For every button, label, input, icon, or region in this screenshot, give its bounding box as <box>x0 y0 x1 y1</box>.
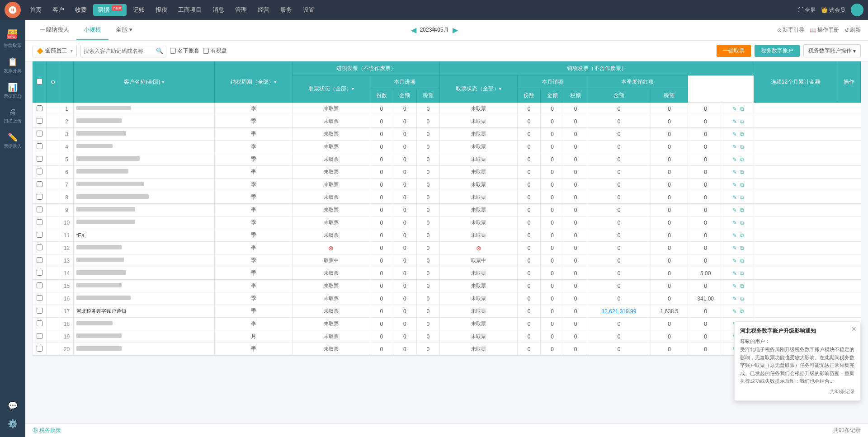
tax-digital-btn[interactable]: 税务数字账户 <box>755 45 800 57</box>
copy-icon[interactable]: ⧉ <box>740 308 744 315</box>
sidebar-item-scan-upload[interactable]: 🖨 扫描上传 <box>1 104 24 128</box>
cell-in-amount: 0 <box>393 115 417 128</box>
edit-icon[interactable]: ✎ <box>732 270 737 277</box>
cell-status-in: 未取票 <box>292 318 370 330</box>
checkbox-subledger[interactable]: 名下账套 <box>170 47 199 55</box>
copy-icon[interactable]: ⧉ <box>740 156 744 163</box>
nav-service[interactable]: 服务 <box>276 4 297 16</box>
copy-icon[interactable]: ⧉ <box>740 144 744 150</box>
bottom-bar: ⑧ 税务政策 共93条记录 <box>25 423 868 437</box>
nav-fee[interactable]: 收费 <box>71 4 91 16</box>
nav-manage[interactable]: 管理 <box>231 4 251 16</box>
cell-icon <box>47 280 60 292</box>
user-avatar[interactable] <box>851 4 863 16</box>
copy-icon[interactable]: ⧉ <box>740 220 744 226</box>
cell-return-tax: 0 <box>651 115 688 128</box>
edit-icon[interactable]: ✎ <box>732 156 737 163</box>
copy-icon[interactable]: ⧉ <box>740 270 744 277</box>
edit-icon[interactable]: ✎ <box>732 106 737 112</box>
nav-home[interactable]: 首页 <box>25 4 46 16</box>
scan-upload-icon: 🖨 <box>9 108 17 117</box>
cell-return-tax: 0 <box>651 166 688 179</box>
cell-icon <box>47 191 60 204</box>
one-click-btn[interactable]: 一键取票 <box>717 45 751 57</box>
edit-icon[interactable]: ✎ <box>732 118 737 125</box>
edit-icon[interactable]: ✎ <box>732 207 737 213</box>
cell-in-count: 0 <box>370 305 393 318</box>
cell-status-out: 未取票 <box>440 128 518 141</box>
edit-icon[interactable]: ✎ <box>732 296 737 302</box>
copy-icon[interactable]: ⧉ <box>740 296 744 302</box>
edit-icon[interactable]: ✎ <box>732 182 737 188</box>
tab-all[interactable]: 全能 ▾ <box>108 20 140 40</box>
copy-icon[interactable]: ⧉ <box>740 131 744 137</box>
prev-month-btn[interactable]: ◀ <box>411 26 416 34</box>
sidebar-item-chat[interactable]: 💬 <box>1 397 24 415</box>
edit-icon[interactable]: ✎ <box>732 194 737 201</box>
nav-settings[interactable]: 设置 <box>298 4 319 16</box>
copy-icon[interactable]: ⧉ <box>740 194 744 201</box>
edit-icon[interactable]: ✎ <box>732 258 737 264</box>
cell-in-count: 0 <box>370 128 393 141</box>
cell-out-amount: 0 <box>541 166 564 179</box>
edit-icon[interactable]: ✎ <box>732 131 737 137</box>
copy-icon[interactable]: ⧉ <box>740 106 744 112</box>
cell-customer-name: ████████████████ <box>74 216 215 229</box>
cell-out-amount: 0 <box>541 267 564 280</box>
edit-icon[interactable]: ✎ <box>732 232 737 239</box>
select-all-checkbox[interactable] <box>37 79 42 85</box>
nav-operation[interactable]: 经营 <box>253 4 274 16</box>
manual-link[interactable]: 📖 操作手册 <box>810 26 839 34</box>
copy-icon[interactable]: ⧉ <box>740 245 744 251</box>
copy-icon[interactable]: ⧉ <box>740 232 744 239</box>
edit-icon[interactable]: ✎ <box>732 245 737 251</box>
copy-icon[interactable]: ⧉ <box>740 283 744 289</box>
copy-icon[interactable]: ⧉ <box>740 118 744 125</box>
sidebar-item-smart-ticket[interactable]: 🎫 new 智能取票 <box>1 23 24 52</box>
th-in-count: 份数 <box>370 89 393 103</box>
sidebar-item-invoice-summary[interactable]: 📊 票据汇总 <box>1 79 24 103</box>
copy-icon[interactable]: ⧉ <box>740 169 744 175</box>
edit-icon[interactable]: ✎ <box>732 144 737 150</box>
nav-tax[interactable]: 报税 <box>151 4 172 16</box>
nav-ticket[interactable]: 票据 new <box>93 4 127 16</box>
cell-period: 季 <box>215 128 292 141</box>
guide-link[interactable]: ⊙ 新手引导 <box>777 26 804 34</box>
notification-close-btn[interactable]: ✕ <box>851 325 857 333</box>
cell-icon <box>47 115 60 128</box>
nav-message[interactable]: 消息 <box>208 4 229 16</box>
search-input[interactable] <box>84 48 156 54</box>
nav-client[interactable]: 客户 <box>48 4 69 16</box>
checkbox-tax-disk[interactable]: 有税盘 <box>203 47 227 55</box>
fullscreen-btn[interactable]: ⛶ 全屏 <box>798 6 816 14</box>
nav-accounting[interactable]: 记账 <box>128 4 149 16</box>
cell-status-out: 未取票 <box>440 280 518 292</box>
cell-in-tax: 0 <box>416 191 440 204</box>
cell-in-count: 0 <box>370 242 393 254</box>
copy-icon[interactable]: ⧉ <box>740 207 744 213</box>
edit-icon[interactable]: ✎ <box>732 220 737 226</box>
tab-general-taxpayer[interactable]: 一般纳税人 <box>33 20 76 40</box>
tax-policy-link[interactable]: ⑧ 税务政策 <box>33 427 61 434</box>
edit-icon[interactable]: ✎ <box>732 169 737 175</box>
cell-operations: ✎ ⧉ <box>723 166 754 179</box>
copy-icon[interactable]: ⧉ <box>740 258 744 264</box>
edit-icon[interactable]: ✎ <box>732 283 737 289</box>
refresh-link[interactable]: ↺ 刷新 <box>844 26 861 34</box>
cell-checkbox <box>33 179 47 191</box>
staff-select[interactable]: 🔶 全部员工 ▾ <box>33 45 77 57</box>
search-icon[interactable]: 🔍 <box>156 47 163 54</box>
member-btn[interactable]: 👑 购会员 <box>821 6 845 14</box>
cell-status-in: 未取票 <box>292 305 370 318</box>
sidebar-item-ticket-entry[interactable]: ✏️ 票据录入 <box>1 129 24 153</box>
sidebar-item-settings[interactable]: ⚙️ <box>1 415 24 433</box>
edit-icon[interactable]: ✎ <box>732 308 737 315</box>
sidebar-item-invoice-open[interactable]: 📋 发票开具 <box>1 53 24 78</box>
cell-period: 季 <box>215 318 292 330</box>
nav-business[interactable]: 工商项目 <box>174 4 206 16</box>
copy-icon[interactable]: ⧉ <box>740 182 744 188</box>
next-month-btn[interactable]: ▶ <box>453 26 458 34</box>
main-table: ⚙ 客户名称(全部) ▾ 纳税周期（全部）▾ 进项发票（不含作废票） 销项发票（… <box>33 61 861 356</box>
tab-small-scale[interactable]: 小规模 <box>76 20 108 40</box>
tax-digital-op-btn[interactable]: 税务数字账户操作 ▾ <box>803 44 861 57</box>
